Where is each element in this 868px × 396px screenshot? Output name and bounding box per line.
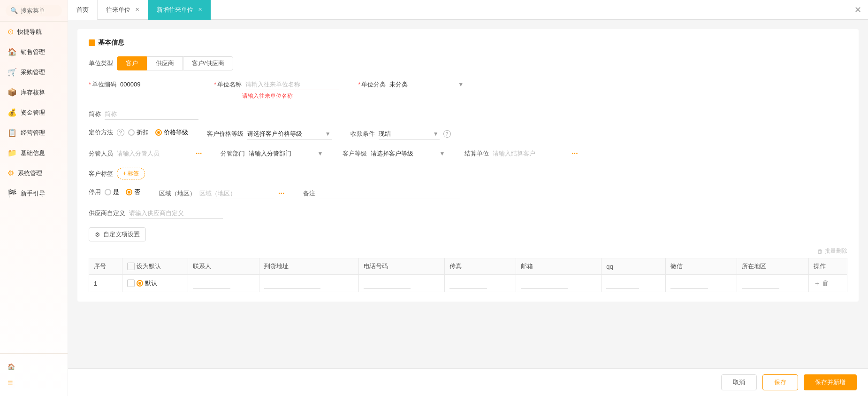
region-label: 区域（地区）: [159, 189, 196, 198]
customer-price-level-label: 客户价格等级: [207, 130, 244, 138]
sidebar-bottom-home[interactable]: 🏠: [0, 358, 68, 375]
disabled-yes-radio[interactable]: 是: [105, 188, 119, 196]
sidebar-item-label: 库存核算: [21, 88, 45, 97]
wechat-input[interactable]: [670, 278, 708, 289]
unit-type-customer-btn[interactable]: 客户: [117, 56, 147, 70]
sidebar-item-system[interactable]: ⚙ 系统管理: [0, 163, 68, 183]
save-button[interactable]: 保存: [762, 374, 798, 390]
sidebar-item-finance[interactable]: 💰 资金管理: [0, 102, 68, 123]
department-select[interactable]: 请输入分管部门: [249, 148, 324, 159]
remark-input[interactable]: [319, 188, 460, 199]
contact-input[interactable]: [193, 278, 230, 289]
disabled-region-row: 停用 是 否 区域（地区）: [89, 188, 847, 199]
short-name-row: 简称: [89, 109, 847, 120]
basic-info-card: 基本信息 单位类型 客户 供应商 客户/供应商 *单位编码: [77, 29, 859, 302]
sidebar-item-operation[interactable]: 📋 经营管理: [0, 123, 68, 143]
fax-input[interactable]: [449, 278, 487, 289]
sidebar-item-inventory[interactable]: 📦 库存核算: [0, 82, 68, 102]
supplier-custom-label: 供应商自定义: [89, 209, 125, 217]
sidebar-item-label: 新手引导: [21, 189, 45, 198]
table-row: 1 默认: [89, 275, 847, 292]
batch-delete-label: 批量删除: [825, 247, 847, 255]
row-wechat: [666, 275, 737, 292]
email-input[interactable]: [521, 278, 568, 289]
batch-delete-area: 🗑 批量删除: [89, 247, 847, 255]
tab-partner-list-close[interactable]: ✕: [135, 7, 139, 13]
row-default-radio[interactable]: 默认: [137, 279, 157, 287]
payment-terms-select[interactable]: 现结: [379, 128, 440, 140]
sidebar-bottom-menu[interactable]: ☰: [0, 375, 68, 391]
region-ellipsis-btn[interactable]: ···: [278, 189, 284, 198]
col-phone: 电话号码: [359, 258, 444, 275]
pricing-row: 定价方法 ? 折扣 价格等级: [89, 128, 847, 140]
add-row-button[interactable]: ＋: [814, 279, 821, 288]
unit-type-group: 单位类型 客户 供应商 客户/供应商: [89, 56, 233, 70]
row-phone: [359, 275, 444, 292]
customer-level-select[interactable]: 请选择客户等级: [371, 148, 446, 159]
price-level-radio-circle: [155, 129, 162, 136]
pricing-level-radio[interactable]: 价格等级: [155, 128, 188, 137]
tab-partner-new[interactable]: 新增往来单位 ✕: [148, 0, 211, 20]
unit-code-group: *单位编码: [89, 79, 195, 90]
customer-price-level-group: 客户价格等级 请选择客户价格等级 ▼: [207, 128, 332, 140]
section-title-icon: [89, 39, 95, 46]
manager-ellipsis-btn[interactable]: ···: [196, 149, 202, 158]
sidebar-item-guide[interactable]: 🏁 新手引导: [0, 183, 68, 203]
qq-input[interactable]: [606, 278, 639, 289]
save-new-button[interactable]: 保存并新增: [804, 374, 857, 390]
unit-category-select[interactable]: 未分类: [389, 79, 464, 90]
sidebar-item-basic[interactable]: 📁 基础信息: [0, 143, 68, 163]
unit-type-both-btn[interactable]: 客户/供应商: [183, 56, 233, 70]
pricing-method-help-icon[interactable]: ?: [117, 129, 124, 136]
purchase-icon: 🛒: [8, 68, 17, 77]
system-icon: ⚙: [8, 169, 14, 178]
unit-code-input[interactable]: [120, 79, 195, 90]
section-title: 基本信息: [89, 39, 847, 47]
sidebar-item-sales[interactable]: 🏠 销售管理: [0, 42, 68, 62]
settlement-unit-ellipsis-btn[interactable]: ···: [571, 149, 578, 158]
row-region-input[interactable]: [742, 278, 779, 289]
phone-input[interactable]: [364, 278, 411, 289]
search-input[interactable]: [21, 7, 58, 14]
unit-code-label: *单位编码: [89, 80, 116, 89]
tab-home[interactable]: 首页: [68, 0, 98, 20]
unit-name-error: 请输入往来单位名称: [242, 92, 293, 100]
col-action: 操作: [808, 258, 847, 275]
cancel-button[interactable]: 取消: [721, 374, 757, 390]
unit-type-row: 单位类型 客户 供应商 客户/供应商: [89, 56, 847, 70]
disabled-radio-group: 是 否: [105, 188, 140, 196]
custom-settings-button[interactable]: ⚙ 自定义项设置: [89, 227, 146, 241]
manager-input[interactable]: [117, 148, 192, 159]
pricing-discount-radio[interactable]: 折扣: [128, 128, 149, 137]
customer-price-level-select[interactable]: 请选择客户价格等级: [247, 128, 332, 140]
unit-name-input[interactable]: [245, 79, 339, 90]
supplier-custom-input[interactable]: [129, 208, 223, 219]
disabled-no-radio[interactable]: 否: [126, 188, 140, 196]
short-name-input[interactable]: [105, 109, 198, 120]
tab-partner-new-close[interactable]: ✕: [198, 7, 202, 13]
payment-terms-help-icon[interactable]: ?: [443, 130, 451, 138]
unit-type-supplier-btn[interactable]: 供应商: [147, 56, 183, 70]
batch-delete-button[interactable]: 🗑 批量删除: [817, 247, 847, 255]
col-email: 邮箱: [516, 258, 601, 275]
short-name-label: 简称: [89, 110, 101, 118]
trash-icon: 🗑: [817, 248, 823, 255]
select-all-checkbox[interactable]: [127, 263, 135, 270]
sidebar-item-label: 销售管理: [21, 48, 45, 56]
sidebar-item-purchase[interactable]: 🛒 采购管理: [0, 62, 68, 82]
sidebar: 🔍 ⊙ 快捷导航 🏠 销售管理 🛒 采购管理 📦 库存核算 💰 资金管理 📋 经…: [0, 0, 68, 396]
disabled-label: 停用: [89, 188, 101, 196]
delete-row-button[interactable]: 🗑: [822, 279, 829, 287]
settlement-unit-input[interactable]: [493, 148, 568, 159]
address-input[interactable]: [264, 278, 320, 289]
payment-terms-label: 收款条件: [350, 130, 375, 138]
tab-partner-list[interactable]: 往来单位 ✕: [98, 0, 148, 20]
add-tag-button[interactable]: + 标签: [117, 168, 145, 179]
close-all-tabs-button[interactable]: ✕: [848, 5, 868, 15]
sidebar-item-quicknav[interactable]: ⊙ 快捷导航: [0, 22, 68, 42]
region-input[interactable]: [199, 188, 274, 199]
sidebar-search-box[interactable]: 🔍: [6, 5, 62, 16]
unit-type-label: 单位类型: [89, 59, 113, 68]
row-checkbox[interactable]: [127, 280, 135, 287]
row-default-radio-circle: [137, 280, 143, 287]
